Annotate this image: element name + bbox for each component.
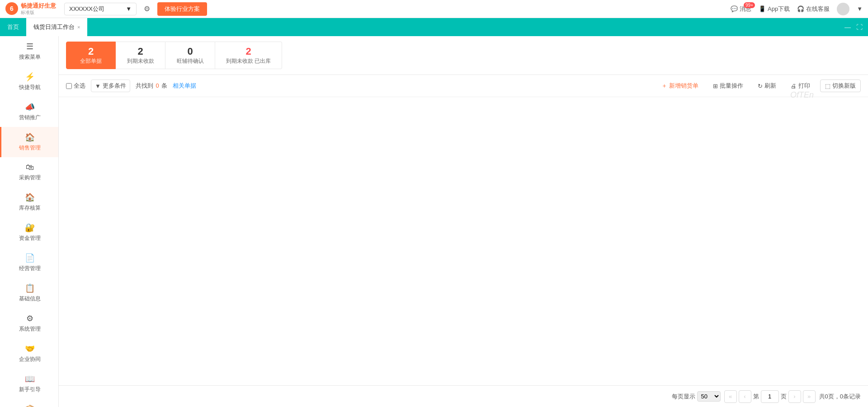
select-all-input[interactable] [66,83,72,89]
stat-tab-overdue[interactable]: 2 到期未收款 [116,42,165,69]
sidebar-label-operations: 经营管理 [19,265,41,272]
print-button[interactable]: 🖨 打印 [786,80,815,92]
active-tab-label: 钱货日清工作台 [33,23,75,31]
toolbar: 全选 ▼ 更多条件 共找到 0 条 相关单据 ＋ 新增销货单 [59,75,868,97]
sidebar-item-inventory[interactable]: 🏠 库存核算 [0,187,58,217]
sidebar-item-enterprise[interactable]: 🤝 企业协同 [0,338,58,369]
print-icon: 🖨 [791,83,797,89]
filter-label: 更多条件 [103,82,126,90]
add-sales-button[interactable]: ＋ 新增销货单 [657,80,703,92]
service-icon: 🎧 [797,5,804,12]
last-page-button[interactable]: » [803,390,816,403]
batch-operation-button[interactable]: ⊞ 批量操作 [708,80,748,92]
sidebar-label-quick-nav: 快捷导航 [19,84,41,91]
refresh-button[interactable]: ↻ 刷新 [753,80,781,92]
close-tab-icon[interactable]: × [77,24,80,30]
first-page-button[interactable]: « [724,390,737,403]
message-button[interactable]: 💬 消息 99+ [731,5,751,13]
home-tab[interactable]: 首页 [0,18,26,36]
inventory-icon: 🏠 [25,192,35,202]
stat-tab-pending[interactable]: 0 旺辅待确认 [165,42,215,69]
more-filter-button[interactable]: ▼ 更多条件 [91,80,130,92]
sidebar-item-purchase[interactable]: 🛍 采购管理 [0,157,58,187]
stat-count-pending: 0 [187,46,193,57]
app-subtitle: 标准版 [21,9,56,15]
page-label: 第 [753,393,759,401]
company-selector[interactable]: XXXXXX公司 ▼ [64,3,137,15]
online-service-button[interactable]: 🎧 在线客服 [797,5,830,13]
sidebar-item-search-menu[interactable]: ☰ 搜索菜单 [0,36,58,66]
active-tab[interactable]: 钱货日清工作台 × [26,18,87,36]
minimize-icon[interactable]: — [843,22,853,33]
sidebar-item-sales[interactable]: 🏠 销售管理 [0,127,58,157]
stat-label-overdue: 到期未收款 [127,57,154,65]
app-center-icon: 📦 [25,404,35,407]
avatar[interactable] [837,3,849,15]
stat-count-all: 2 [88,46,94,57]
found-count: 0 [156,82,159,89]
sidebar-item-basic-info[interactable]: 📋 基础信息 [0,278,58,308]
prev-page-button[interactable]: ‹ [739,390,751,403]
online-service-label: 在线客服 [806,5,830,13]
purchase-icon: 🛍 [26,163,34,172]
next-page-button[interactable]: › [788,390,801,403]
guide-icon: 📖 [25,374,35,384]
add-icon: ＋ [661,82,667,90]
enterprise-icon: 🤝 [25,344,35,354]
app-logo-icon: 6 [5,2,18,15]
page-nav: « ‹ 第 页 › » [724,390,816,403]
stat-label-pending: 旺辅待确认 [177,57,204,65]
page-input[interactable] [761,390,779,403]
app-logo-text: 畅捷通好生意 标准版 [21,2,56,16]
per-page-dropdown[interactable]: 50 10 20 100 [697,391,721,402]
quick-nav-icon: ⚡ [25,72,35,82]
sidebar-label-system: 系统管理 [19,325,41,333]
filter-icon: ▼ [95,83,101,89]
sidebar-item-operations[interactable]: 📄 经营管理 [0,248,58,278]
chevron-down-icon: ▼ [126,5,132,12]
sidebar-label-basic-info: 基础信息 [19,295,41,303]
header-right: 💬 消息 99+ 📱 App下载 🎧 在线客服 ▼ [731,3,863,15]
sidebar-item-system[interactable]: ⚙ 系统管理 [0,308,58,338]
basic-info-icon: 📋 [25,283,35,293]
sidebar: ☰ 搜索菜单 ⚡ 快捷导航 📣 营销推广 🏠 销售管理 🛍 采购管理 🏠 库存核… [0,36,59,407]
search-menu-icon: ☰ [26,42,33,51]
experience-industry-button[interactable]: 体验行业方案 [157,2,207,16]
sidebar-item-marketing[interactable]: 📣 营销推广 [0,97,58,127]
refresh-icon: ↻ [758,83,763,89]
stat-tab-all[interactable]: 2 全部单据 [66,42,116,69]
sidebar-label-capital: 资金管理 [19,234,41,242]
per-page-label: 每页显示 [672,393,695,401]
username-area[interactable]: ▼ [857,5,863,12]
select-all-checkbox[interactable]: 全选 [66,82,85,90]
capital-icon: 🔐 [25,223,35,233]
total-text: 共0页，0条记录 [819,393,861,401]
top-header: 6 畅捷通好生意 标准版 XXXXXX公司 ▼ ⚙ 体验行业方案 💬 消息 99… [0,0,868,18]
logo-area: 6 畅捷通好生意 标准版 [5,2,64,16]
switch-new-button[interactable]: ⬚ 切换新版 [820,80,861,92]
batch-icon: ⊞ [713,83,718,89]
sidebar-label-marketing: 营销推广 [19,114,41,122]
add-btn-label: 新增销货单 [669,82,698,90]
sidebar-item-quick-nav[interactable]: ⚡ 快捷导航 [0,66,58,97]
refresh-label: 刷新 [764,82,776,90]
sidebar-item-app-center[interactable]: 📦 应用中心 [0,399,58,407]
print-label: 打印 [798,82,810,90]
main-layout: ☰ 搜索菜单 ⚡ 快捷导航 📣 营销推广 🏠 销售管理 🛍 采购管理 🏠 库存核… [0,36,868,407]
download-icon: 📱 [759,5,766,12]
stat-tab-overdue-stock[interactable]: 2 到期未收款 已出库 [215,42,282,69]
app-download-button[interactable]: 📱 App下载 [759,5,790,13]
sidebar-item-guide[interactable]: 📖 新手引导 [0,369,58,399]
settings-button[interactable]: ⚙ [140,2,154,16]
stat-label-all: 全部单据 [80,57,102,65]
found-suffix: 条 [161,82,167,89]
sidebar-label-purchase: 采购管理 [19,174,41,182]
sidebar-label-guide: 新手引导 [19,386,41,393]
sidebar-item-capital[interactable]: 🔐 资金管理 [0,217,58,248]
expand-icon[interactable]: ⛶ [854,22,864,33]
toolbar-right: ＋ 新增销货单 ⊞ 批量操作 ↻ 刷新 🖨 打印 [657,80,861,92]
batch-label: 批量操作 [720,82,743,90]
related-link[interactable]: 相关单据 [173,82,196,90]
select-all-label: 全选 [74,82,85,90]
system-icon: ⚙ [26,313,33,323]
